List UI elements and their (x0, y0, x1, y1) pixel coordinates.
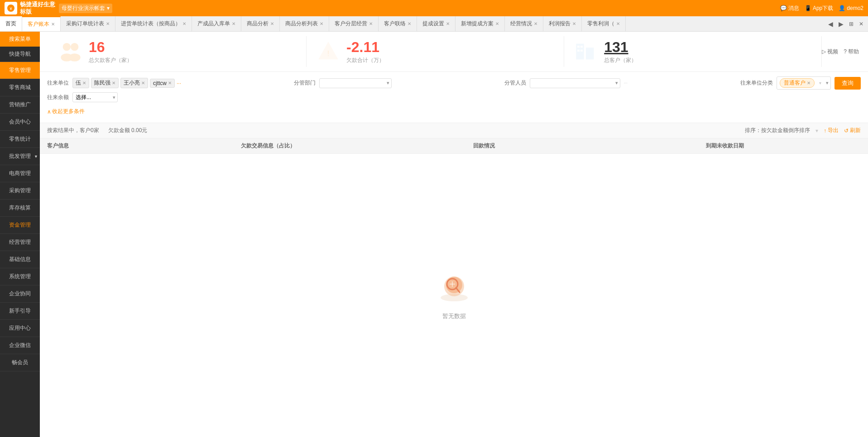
tab-profit[interactable]: 利润报告 ✕ (543, 16, 582, 32)
sidebar-item-enterprise[interactable]: 企业协同 (0, 285, 40, 303)
tab-retail-profit[interactable]: 零售利润（ ✕ (582, 16, 626, 32)
tag-cjttcw[interactable]: cjttcw ✕ (150, 79, 175, 88)
sidebar-item-basic[interactable]: 基础信息 (0, 251, 40, 268)
summary-value-debt: -2.11 (346, 39, 384, 56)
sidebar-item-purchase[interactable]: 采购管理 (0, 182, 40, 200)
sidebar-quick-nav[interactable]: 快捷导航 (0, 47, 40, 62)
balance-select-wrapper: 选择... (72, 92, 118, 102)
sidebar-item-app-center[interactable]: 应用中心 (0, 320, 40, 337)
tag-wang[interactable]: 王小亮 ✕ (120, 78, 148, 88)
svg-point-3 (71, 43, 78, 51)
logo-icon: ¥ (5, 2, 17, 14)
close-tab-inbound[interactable]: ✕ (182, 21, 186, 26)
dept-label: 分管部门 (294, 79, 316, 87)
brand-selector[interactable]: 母婴行业演示帐套 ▾ (59, 4, 112, 13)
tab-accounts[interactable]: 客户账本 ✕ (22, 16, 61, 32)
app-download-button[interactable]: 📱 App下载 (805, 5, 833, 12)
nav-prev-arrow[interactable]: ◀ (826, 19, 835, 28)
export-button[interactable]: ↑ 导出 (824, 127, 839, 134)
close-tab-finished[interactable]: ✕ (232, 21, 235, 26)
person-expand[interactable]: ··· (624, 81, 628, 86)
nav-next-arrow[interactable]: ▶ (837, 19, 845, 28)
more-tags[interactable]: ··· (177, 80, 181, 86)
sidebar-search[interactable]: 搜索菜单 (0, 32, 40, 47)
remove-tag-cjttcw[interactable]: ✕ (168, 81, 172, 86)
sidebar-item-ecommerce[interactable]: 电商管理 (0, 165, 40, 182)
sort-label: 排序：按欠款金额倒序排序 (745, 127, 810, 134)
export-icon: ↑ (824, 128, 826, 134)
tab-goods-list[interactable]: 商品分析列表 ✕ (280, 16, 329, 32)
sidebar-item-finance[interactable]: 资金管理 (0, 217, 40, 234)
table-body: 暂无数据 (40, 154, 868, 437)
close-tab-retail-profit[interactable]: ✕ (616, 21, 620, 26)
col-header-date: 到期未收款日期 (706, 142, 861, 150)
customers-icon (58, 39, 83, 64)
dept-select[interactable] (319, 78, 392, 88)
user-avatar[interactable]: 👤 demo2 (839, 5, 863, 11)
nav-expand-icon[interactable]: ⊞ (847, 20, 855, 28)
tab-finished[interactable]: 产成品入库单 ✕ (192, 16, 241, 32)
close-tab-business[interactable]: ✕ (534, 21, 537, 26)
logo-text: 畅捷通好生意 标版 (20, 1, 55, 15)
summary-label-total: 总客户（家） (604, 57, 637, 64)
tab-customer-contact[interactable]: 客户联络 ✕ (379, 16, 417, 32)
tab-customer-tier[interactable]: 客户分层经营 ✕ (329, 16, 379, 32)
sidebar-item-marketing[interactable]: 营销推广 (0, 96, 40, 114)
help-button[interactable]: ? 帮助 (844, 48, 859, 56)
balance-select[interactable]: 选择... (72, 92, 118, 102)
remove-tag-chen[interactable]: ✕ (112, 81, 115, 86)
summary-card-total: 131 总客户（家） (564, 36, 822, 67)
close-tab-goods[interactable]: ✕ (270, 21, 274, 26)
nav-close-all-icon[interactable]: ✕ (857, 20, 865, 28)
help-icon: ? (844, 48, 847, 55)
tab-home[interactable]: 首页 (0, 16, 22, 32)
close-tab-goods-list[interactable]: ✕ (320, 21, 323, 26)
close-tab-commission[interactable]: ✕ (446, 21, 450, 26)
tag-wu[interactable]: 伍 ✕ (72, 78, 89, 88)
tab-business[interactable]: 经营情况 ✕ (505, 16, 543, 32)
remove-tag-wang[interactable]: ✕ (141, 81, 145, 86)
message-button[interactable]: 💬 消息 (780, 5, 799, 12)
unit-type-display[interactable]: 普通客户 ✕ ▾ (777, 76, 831, 90)
tab-commission[interactable]: 提成设置 ✕ (417, 16, 456, 32)
close-tab-add-commission[interactable]: ✕ (495, 21, 499, 26)
video-button[interactable]: ▷ 视频 (822, 48, 838, 56)
remove-tag-wu[interactable]: ✕ (82, 81, 86, 86)
sidebar-item-wholesale[interactable]: 批发管理 (0, 148, 40, 165)
sidebar-item-retail[interactable]: 零售管理 (0, 62, 40, 79)
close-tab-accounts[interactable]: ✕ (51, 22, 55, 27)
col-header-repay: 回款情况 (473, 142, 705, 150)
sidebar-item-chang-member[interactable]: 畅会员 (0, 354, 40, 371)
empty-icon (436, 271, 472, 307)
tab-inbound[interactable]: 进货单统计表（按商品） ✕ (115, 16, 192, 32)
sidebar-item-inventory[interactable]: 库存核算 (0, 200, 40, 217)
collapse-button[interactable]: ∧ 收起更多条件 (47, 106, 861, 117)
sidebar-item-retail-stats[interactable]: 零售统计 (0, 131, 40, 148)
tag-chen[interactable]: 陈民强 ✕ (91, 78, 119, 88)
query-button[interactable]: 查询 (834, 77, 861, 90)
person-select[interactable] (530, 78, 620, 88)
refresh-button[interactable]: ↺ 刷新 (844, 127, 861, 134)
remove-unit-type[interactable]: ✕ (807, 81, 810, 86)
close-tab-purchase[interactable]: ✕ (106, 21, 110, 26)
sidebar-item-guide[interactable]: 新手引导 (0, 303, 40, 320)
collapse-icon: ∧ (47, 109, 51, 115)
sidebar-item-corp-wechat[interactable]: 企业微信 (0, 337, 40, 354)
filter-row-2: 往来余额 选择... (47, 92, 861, 102)
tab-add-commission[interactable]: 新增提成方案 ✕ (456, 16, 505, 32)
close-tab-customer-tier[interactable]: ✕ (369, 21, 373, 26)
sidebar-item-member[interactable]: 会员中心 (0, 114, 40, 131)
svg-point-2 (63, 43, 71, 51)
sidebar-item-operation[interactable]: 经营管理 (0, 234, 40, 251)
svg-point-5 (69, 53, 81, 61)
total-icon (573, 39, 599, 64)
unit-type-tag: 普通客户 ✕ (780, 78, 815, 88)
summary-bar-actions: ▷ 视频 ? 帮助 (822, 48, 859, 56)
tab-purchase[interactable]: 采购订单统计表 ✕ (61, 16, 115, 32)
sidebar-item-system[interactable]: 系统管理 (0, 268, 40, 285)
tab-goods[interactable]: 商品分析 ✕ (241, 16, 280, 32)
close-tab-profit[interactable]: ✕ (572, 21, 576, 26)
top-bar: ¥ 畅捷通好生意 标版 母婴行业演示帐套 ▾ 💬 消息 📱 App下载 👤 de… (0, 0, 868, 16)
close-tab-customer-contact[interactable]: ✕ (408, 21, 411, 26)
sidebar-item-retail-mall[interactable]: 零售商城 (0, 79, 40, 96)
